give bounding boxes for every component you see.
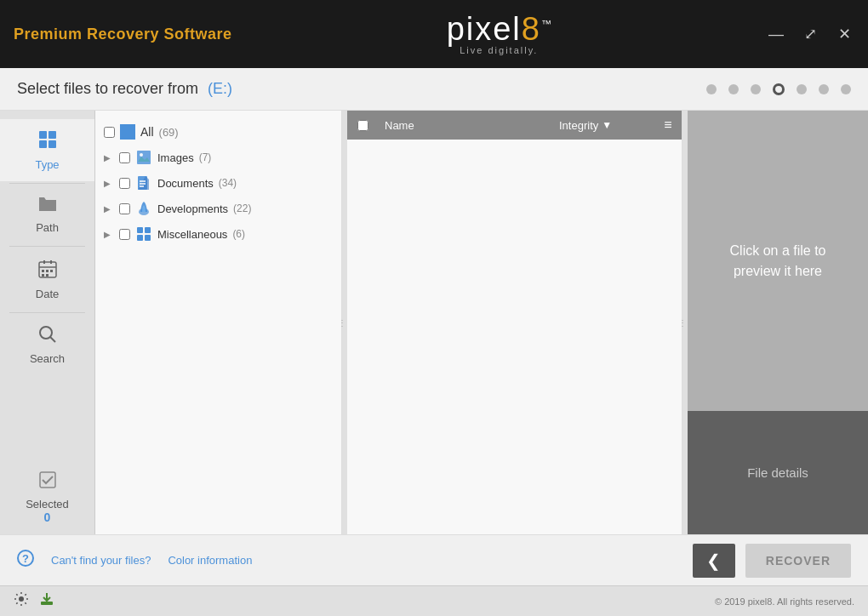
logo-tm: ™ xyxy=(541,18,551,30)
preview-area: Click on a file to preview it here xyxy=(688,111,868,411)
path-icon xyxy=(37,196,58,218)
color-information-link[interactable]: Color information xyxy=(168,554,252,567)
svg-rect-34 xyxy=(41,602,53,605)
category-row-images[interactable]: ▶ Images (7) xyxy=(95,145,341,170)
bottom-right: ❮ RECOVER xyxy=(693,544,851,578)
header-check-col xyxy=(347,120,378,131)
file-details-area: File details xyxy=(688,411,868,534)
copyright-text: © 2019 pixel8. All rights reserved. xyxy=(715,596,854,607)
sidebar-item-type[interactable]: Type xyxy=(0,119,94,181)
step-dot-1 xyxy=(706,84,717,94)
images-checkbox[interactable] xyxy=(119,152,130,163)
documents-label: Documents xyxy=(157,177,214,190)
selected-count: 0 xyxy=(44,510,51,524)
help-icon: ? xyxy=(17,550,34,571)
page-title: Select files to recover from (E:) xyxy=(17,80,232,98)
all-checkbox[interactable] xyxy=(104,127,115,138)
all-label: All xyxy=(140,125,154,139)
svg-rect-10 xyxy=(50,270,53,272)
miscellaneous-icon xyxy=(135,225,152,242)
svg-rect-1 xyxy=(49,131,56,139)
cant-find-files-link[interactable]: Can't find your files? xyxy=(51,554,151,567)
developments-icon xyxy=(135,200,152,217)
header-integrity-col: Integrity ▼ xyxy=(552,119,654,132)
svg-rect-28 xyxy=(145,227,151,233)
svg-rect-15 xyxy=(40,472,55,488)
logo-subtitle: Live digitally. xyxy=(460,45,538,55)
svg-rect-30 xyxy=(145,235,151,241)
all-row: All (69) xyxy=(95,119,341,145)
logo-pixel: pixel xyxy=(447,11,522,47)
sidebar-type-label: Type xyxy=(35,158,59,171)
settings-icon[interactable] xyxy=(14,591,29,611)
preview-panel: Click on a file to preview it here File … xyxy=(688,111,868,534)
step-dot-3 xyxy=(751,84,761,94)
all-count: (69) xyxy=(159,126,179,139)
date-icon xyxy=(37,259,58,284)
titlebar: Premium Recovery Software pixel8 ™ Live … xyxy=(0,0,868,68)
svg-text:?: ? xyxy=(22,552,29,565)
svg-rect-17 xyxy=(128,125,134,131)
documents-icon xyxy=(135,174,152,191)
category-row-documents[interactable]: ▶ Documents (34) xyxy=(95,170,341,196)
download-icon[interactable] xyxy=(39,591,54,611)
images-expand-icon[interactable]: ▶ xyxy=(104,153,114,163)
step-dot-4 xyxy=(773,83,785,95)
file-list-panel: Name Integrity ▼ ≡ xyxy=(347,111,682,534)
recover-button[interactable]: RECOVER xyxy=(745,544,851,578)
sidebar-item-path[interactable]: Path xyxy=(0,185,94,244)
minimize-button[interactable]: — xyxy=(766,24,786,44)
images-icon xyxy=(135,149,152,166)
header-name-col: Name xyxy=(378,119,552,132)
window-controls: — ⤢ ✕ xyxy=(766,24,854,44)
bottom-left: ? Can't find your files? Color informati… xyxy=(17,550,252,571)
developments-count: (22) xyxy=(233,202,251,214)
miscellaneous-expand-icon[interactable]: ▶ xyxy=(104,230,114,239)
sidebar-date-label: Date xyxy=(36,288,59,300)
type-icon xyxy=(37,129,58,155)
step-dot-2 xyxy=(728,84,739,94)
svg-rect-11 xyxy=(42,274,44,277)
svg-point-21 xyxy=(140,153,143,157)
sidebar-divider-3 xyxy=(9,312,85,313)
developments-checkbox[interactable] xyxy=(119,203,130,214)
title-prefix: Select files to recover from xyxy=(17,80,198,97)
svg-point-33 xyxy=(19,596,24,602)
file-list-body xyxy=(347,140,682,534)
svg-rect-0 xyxy=(39,131,47,139)
select-all-files-checkbox[interactable] xyxy=(357,120,368,131)
logo-dot: 8 xyxy=(522,11,541,47)
status-bar: © 2019 pixel8. All rights reserved. xyxy=(0,585,868,616)
images-label: Images xyxy=(157,151,194,164)
svg-rect-19 xyxy=(128,133,134,139)
back-button[interactable]: ❮ xyxy=(693,544,735,578)
maximize-button[interactable]: ⤢ xyxy=(800,24,820,44)
svg-rect-8 xyxy=(42,270,44,272)
preview-placeholder-text: Click on a file to preview it here xyxy=(730,241,826,282)
documents-checkbox[interactable] xyxy=(119,178,130,189)
documents-expand-icon[interactable]: ▶ xyxy=(104,179,114,188)
sidebar-divider-1 xyxy=(9,183,85,184)
step-dot-6 xyxy=(819,84,829,94)
miscellaneous-checkbox[interactable] xyxy=(119,229,130,240)
category-row-developments[interactable]: ▶ Developments (22) xyxy=(95,196,341,221)
svg-line-14 xyxy=(50,337,55,342)
sidebar-item-date[interactable]: Date xyxy=(0,248,94,311)
drive-label: (E:) xyxy=(208,80,232,97)
category-row-miscellaneous[interactable]: ▶ Miscellaneous (6) xyxy=(95,221,341,247)
developments-expand-icon[interactable]: ▶ xyxy=(104,204,114,214)
miscellaneous-label: Miscellaneous xyxy=(157,228,227,241)
sort-desc-icon: ▼ xyxy=(602,119,612,131)
svg-rect-12 xyxy=(46,274,49,277)
svg-point-13 xyxy=(40,327,52,339)
header-menu-col[interactable]: ≡ xyxy=(654,117,682,133)
close-button[interactable]: ✕ xyxy=(834,24,854,44)
sidebar-item-search[interactable]: Search xyxy=(0,315,94,375)
logo-text: pixel8 xyxy=(447,13,541,45)
svg-rect-16 xyxy=(121,125,127,131)
all-icon xyxy=(120,124,135,140)
svg-rect-3 xyxy=(49,140,56,148)
header-bar: Select files to recover from (E:) xyxy=(0,68,868,111)
documents-count: (34) xyxy=(219,177,237,189)
step-indicator xyxy=(706,83,851,95)
